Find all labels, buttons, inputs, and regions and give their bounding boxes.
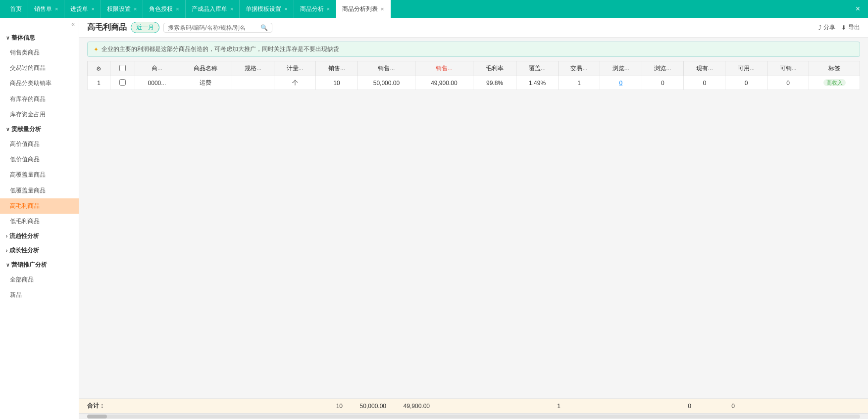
sidebar-collapse-button[interactable]: « — [0, 18, 79, 31]
sidebar-group-marketing[interactable]: ∨ 营销推广分析 — [0, 258, 79, 272]
sidebar-item-high-margin[interactable]: 高毛利商品 — [0, 198, 79, 214]
tab-product-analysis-list[interactable]: 商品分析列表 × — [336, 0, 390, 18]
col-sales-cost[interactable]: 销售... — [415, 61, 473, 76]
header-actions: ⤴ 分享 ⬇ 导出 — [818, 23, 860, 32]
search-box[interactable]: 🔍 — [163, 23, 272, 33]
tab-permissions[interactable]: 权限设置 × — [101, 0, 143, 18]
cell-gross-rate: 99.8% — [473, 76, 516, 90]
col-coverage[interactable]: 覆盖... — [516, 61, 558, 76]
row-checkbox[interactable] — [119, 79, 126, 86]
col-setting[interactable]: ⚙ — [88, 61, 110, 76]
sidebar-item-high-coverage[interactable]: 高覆盖量商品 — [0, 167, 79, 183]
horizontal-scrollbar[interactable] — [79, 413, 868, 419]
chevron-down-icon: ∨ — [6, 35, 9, 41]
col-code[interactable]: 商... — [135, 61, 179, 76]
scrollbar-track[interactable] — [87, 415, 860, 419]
sidebar-group-trend[interactable]: › 流趋性分析 — [0, 229, 79, 243]
sidebar-item-new-goods[interactable]: 新品 — [0, 287, 79, 303]
search-input[interactable] — [168, 24, 260, 31]
close-icon[interactable]: × — [230, 6, 233, 12]
content-area: 高毛利商品 近一月 🔍 ⤴ 分享 ⬇ 导出 ✦ 企业的主要的利润都是这部分商品创… — [79, 18, 868, 419]
sidebar-item-traded-goods[interactable]: 交易过的商品 — [0, 60, 79, 76]
tab-product-entry[interactable]: 产成品入库单 × — [186, 0, 240, 18]
col-view1[interactable]: 浏览... — [600, 61, 642, 76]
cell-sales-qty: 10 — [316, 76, 357, 90]
close-icon[interactable]: × — [284, 6, 287, 12]
sidebar-item-all-goods[interactable]: 全部商品 — [0, 272, 79, 287]
share-button[interactable]: ⤴ 分享 — [818, 23, 835, 32]
close-all-tabs-button[interactable]: × — [852, 4, 864, 13]
col-check[interactable] — [110, 61, 135, 76]
table-header-row: ⚙ 商... 商品名称 规格... 计量... 销售... 销售... 销售..… — [88, 61, 860, 76]
cell-tag: 高收入 — [809, 76, 860, 90]
cell-code: 0000... — [135, 76, 179, 90]
col-tag[interactable]: 标签 — [809, 61, 860, 76]
cell-name: 运费 — [179, 76, 232, 90]
cell-view1[interactable]: 0 — [600, 76, 642, 90]
data-table: ⚙ 商... 商品名称 规格... 计量... 销售... 销售... 销售..… — [87, 61, 860, 90]
select-all-checkbox[interactable] — [119, 65, 126, 71]
cell-available: 0 — [725, 76, 767, 90]
data-table-wrap: ⚙ 商... 商品名称 规格... 计量... 销售... 销售... 销售..… — [87, 61, 860, 398]
col-unit[interactable]: 计量... — [274, 61, 315, 76]
footer-sales-qty: 10 — [307, 403, 347, 410]
search-icon[interactable]: 🔍 — [260, 24, 268, 31]
col-saleable[interactable]: 可销... — [767, 61, 809, 76]
footer-sales-amt: 50,000.00 — [351, 403, 390, 410]
sidebar-item-low-coverage[interactable]: 低覆盖量商品 — [0, 183, 79, 198]
scrollbar-thumb[interactable] — [87, 415, 107, 419]
footer-current: 0 — [656, 403, 695, 410]
cell-sales-amt: 50,000.00 — [357, 76, 415, 90]
cell-current: 0 — [684, 76, 725, 90]
sidebar-group-growth[interactable]: › 成长性分析 — [0, 243, 79, 258]
chevron-right-icon: › — [6, 233, 7, 239]
sidebar-item-category-rate[interactable]: 商品分类助销率 — [0, 76, 79, 91]
chevron-down-icon: ∨ — [6, 127, 9, 132]
footer-available: 0 — [699, 403, 739, 410]
sidebar-item-in-stock[interactable]: 有库存的商品 — [0, 92, 79, 107]
col-spec[interactable]: 规格... — [232, 61, 274, 76]
filter-recent-month-button[interactable]: 近一月 — [131, 22, 159, 33]
cell-coverage: 1.49% — [516, 76, 558, 90]
close-icon[interactable]: × — [327, 6, 330, 12]
col-name[interactable]: 商品名称 — [179, 61, 232, 76]
close-icon[interactable]: × — [176, 6, 179, 12]
sidebar-group-overall[interactable]: ∨ 整体信息 — [0, 31, 79, 45]
cell-saleable: 0 — [767, 76, 809, 90]
close-icon[interactable]: × — [134, 6, 137, 12]
col-gross-rate[interactable]: 毛利率 — [473, 61, 516, 76]
close-icon[interactable]: × — [381, 6, 384, 12]
sidebar: « ∨ 整体信息 销售类商品 交易过的商品 商品分类助销率 有库存的商品 库存资… — [0, 18, 79, 419]
close-icon[interactable]: × — [91, 6, 94, 12]
col-current[interactable]: 现有... — [684, 61, 725, 76]
col-sales-qty[interactable]: 销售... — [316, 61, 357, 76]
cell-sales-cost: 49,900.00 — [415, 76, 473, 90]
col-trade[interactable]: 交易... — [558, 61, 600, 76]
sidebar-group-contribution[interactable]: ∨ 贡献量分析 — [0, 122, 79, 137]
footer-label: 合计： — [87, 402, 105, 410]
export-button[interactable]: ⬇ 导出 — [841, 23, 860, 32]
cell-check[interactable] — [110, 76, 135, 90]
content-header: 高毛利商品 近一月 🔍 ⤴ 分享 ⬇ 导出 — [79, 18, 868, 38]
footer-trade: 1 — [525, 403, 564, 410]
tab-purchase-order[interactable]: 进货单 × — [64, 0, 101, 18]
tab-roles[interactable]: 角色授权 × — [143, 0, 185, 18]
sidebar-item-stock-capital[interactable]: 库存资金占用 — [0, 107, 79, 122]
tab-sales-order[interactable]: 销售单 × — [28, 0, 64, 18]
col-sales-amt[interactable]: 销售... — [357, 61, 415, 76]
close-icon[interactable]: × — [55, 6, 58, 12]
tab-product-analysis[interactable]: 商品分析 × — [294, 0, 336, 18]
tip-icon: ✦ — [94, 46, 99, 53]
sidebar-item-high-value[interactable]: 高价值商品 — [0, 137, 79, 152]
tab-template-settings[interactable]: 单据模板设置 × — [240, 0, 294, 18]
col-view2[interactable]: 浏览... — [642, 61, 683, 76]
tab-home[interactable]: 首页 — [4, 0, 28, 18]
col-available[interactable]: 可用... — [725, 61, 767, 76]
sidebar-item-low-value[interactable]: 低价值商品 — [0, 152, 79, 167]
cell-index: 1 — [88, 76, 110, 90]
cell-unit: 个 — [274, 76, 315, 90]
sidebar-item-sales-goods[interactable]: 销售类商品 — [0, 45, 79, 60]
chevron-right-icon: › — [6, 248, 7, 253]
sidebar-item-low-margin[interactable]: 低毛利商品 — [0, 214, 79, 229]
share-icon: ⤴ — [818, 24, 821, 31]
